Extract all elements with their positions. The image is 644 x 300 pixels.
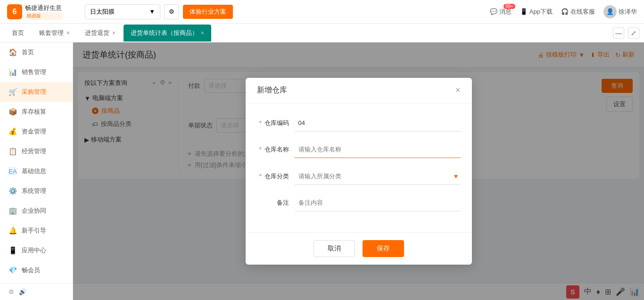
warehouse-name-row: * 仓库名称 bbox=[257, 141, 461, 158]
modal-title: 新增仓库 bbox=[257, 85, 287, 95]
tab-home[interactable]: 首页 bbox=[5, 25, 31, 42]
system-icon: ⚙️ bbox=[8, 187, 17, 195]
new-warehouse-modal: 新增仓库 × * 仓库编码 * bbox=[246, 78, 472, 265]
member-icon: 💎 bbox=[8, 266, 17, 275]
warehouse-note-input[interactable] bbox=[295, 194, 461, 211]
warehouse-code-row: * 仓库编码 bbox=[257, 115, 461, 132]
tab-purchase-stats[interactable]: 进货单统计表（按商品） × bbox=[124, 25, 211, 42]
tab-bar: 首页 账套管理 × 进货退货 × 进货单统计表（按商品） × — ⤢ bbox=[0, 24, 644, 42]
sidebar-item-guide[interactable]: 🔔 新手引导 bbox=[0, 221, 73, 241]
header-right: 💬 消息 99+ 📱 App下载 🎧 在线客服 👤 徐泽华 bbox=[490, 5, 637, 18]
warehouse-code-label: * 仓库编码 bbox=[257, 119, 295, 127]
enterprise-icon: 🏢 bbox=[8, 207, 17, 215]
modal-close-button[interactable]: × bbox=[455, 85, 461, 95]
message-icon: 💬 bbox=[490, 8, 497, 15]
warehouse-category-label: * 仓库分类 bbox=[257, 172, 295, 181]
basic-icon: EA bbox=[8, 167, 17, 175]
logo-text: 畅捷通好生意 精易版 bbox=[25, 4, 62, 20]
settings-icon[interactable]: ⚙ bbox=[8, 288, 14, 295]
sidebar-item-home[interactable]: 🏠 首页 bbox=[0, 42, 73, 62]
guide-icon: 🔔 bbox=[8, 226, 17, 235]
minimize-button[interactable]: — bbox=[613, 27, 624, 39]
search-select[interactable]: 日太阳膜 ▼ bbox=[85, 4, 160, 19]
modal-overlay: 新增仓库 × * 仓库编码 * bbox=[73, 42, 644, 300]
sidebar-item-sales[interactable]: 📊 销售管理 bbox=[0, 62, 73, 82]
sales-icon: 📊 bbox=[8, 68, 17, 76]
search-area: 日太阳膜 ▼ ⚙ 体验行业方案 bbox=[85, 4, 233, 19]
tab-accounts[interactable]: 账套管理 × bbox=[32, 25, 77, 42]
maximize-button[interactable]: ⤢ bbox=[628, 27, 639, 39]
logo-badge: 精易版 bbox=[25, 12, 62, 20]
finance-icon: 💰 bbox=[8, 127, 17, 136]
messages-item[interactable]: 💬 消息 99+ bbox=[490, 8, 512, 16]
close-icon[interactable]: × bbox=[201, 30, 204, 36]
headset-icon: 🎧 bbox=[561, 8, 569, 15]
gear-button[interactable]: ⚙ bbox=[164, 4, 179, 19]
user-item[interactable]: 👤 徐泽华 bbox=[603, 5, 637, 18]
volume-icon[interactable]: 🔊 bbox=[19, 288, 26, 295]
phone-icon: 📱 bbox=[520, 8, 528, 15]
inventory-icon: 📦 bbox=[8, 108, 17, 116]
sidebar-bottom: ⚙ 🔊 bbox=[0, 283, 73, 300]
warehouse-note-label: 备注 bbox=[257, 199, 295, 207]
close-icon[interactable]: × bbox=[66, 30, 70, 36]
sidebar-item-member[interactable]: 💎 畅会员 bbox=[0, 260, 73, 280]
purchase-icon: 🛒 bbox=[8, 88, 17, 96]
sidebar-item-apps[interactable]: 📱 应用中心 bbox=[0, 241, 73, 260]
modal-header: 新增仓库 × bbox=[246, 78, 472, 103]
chevron-down-icon: ▾ bbox=[451, 172, 461, 181]
message-badge: 99+ bbox=[504, 4, 515, 9]
chevron-down-icon: ▼ bbox=[149, 8, 155, 15]
sidebar-item-enterprise[interactable]: 🏢 企业协同 bbox=[0, 201, 73, 221]
close-icon[interactable]: × bbox=[112, 30, 116, 36]
save-button[interactable]: 保存 bbox=[363, 240, 404, 257]
apps-icon: 📱 bbox=[8, 246, 17, 255]
online-service-item[interactable]: 🎧 在线客服 bbox=[561, 8, 595, 16]
modal-footer: 取消 保存 bbox=[246, 232, 472, 265]
top-header: 6 畅捷通好生意 精易版 日太阳膜 ▼ ⚙ 体验行业方案 💬 消息 99+ 📱 … bbox=[0, 0, 644, 24]
warehouse-category-row: * 仓库分类 ▾ bbox=[257, 167, 461, 185]
logo-area: 6 畅捷通好生意 精易版 bbox=[7, 4, 80, 20]
sidebar-item-purchase[interactable]: 🛒 采购管理 bbox=[0, 82, 73, 102]
logo-icon: 6 bbox=[7, 4, 22, 19]
sidebar-item-system[interactable]: ⚙️ 系统管理 bbox=[0, 181, 73, 201]
sidebar-item-inventory[interactable]: 📦 库存核算 bbox=[0, 102, 73, 122]
warehouse-name-input[interactable] bbox=[295, 141, 461, 158]
sidebar-item-operations[interactable]: 📋 经营管理 bbox=[0, 142, 73, 161]
tab-actions: — ⤢ bbox=[613, 27, 639, 39]
page-content: 进货单统计(按商品) 🖨 按模板打印 ▼ ⬇ 导出 ↻ 刷新 bbox=[73, 42, 644, 300]
tab-returns[interactable]: 进货退货 × bbox=[78, 25, 123, 42]
modal-body: * 仓库编码 * 仓库名称 bbox=[246, 103, 472, 232]
warehouse-note-row: 备注 bbox=[257, 194, 461, 211]
warehouse-name-label: * 仓库名称 bbox=[257, 145, 295, 154]
cancel-button[interactable]: 取消 bbox=[314, 240, 355, 257]
sidebar-item-finance[interactable]: 💰 资金管理 bbox=[0, 122, 73, 142]
sidebar-item-basic[interactable]: EA 基础信息 bbox=[0, 161, 73, 181]
home-icon: 🏠 bbox=[8, 48, 17, 57]
experience-button[interactable]: 体验行业方案 bbox=[183, 5, 233, 19]
warehouse-code-input[interactable] bbox=[295, 115, 461, 132]
avatar: 👤 bbox=[603, 5, 617, 18]
app-download-item[interactable]: 📱 App下载 bbox=[520, 8, 553, 16]
sidebar: 🏠 首页 📊 销售管理 🛒 采购管理 📦 库存核算 💰 资金管理 📋 经营管理 … bbox=[0, 42, 73, 300]
main-layout: 🏠 首页 📊 销售管理 🛒 采购管理 📦 库存核算 💰 资金管理 📋 经营管理 … bbox=[0, 42, 644, 300]
warehouse-category-input[interactable] bbox=[295, 167, 451, 184]
operations-icon: 📋 bbox=[8, 147, 17, 156]
warehouse-category-select[interactable]: ▾ bbox=[295, 167, 461, 185]
